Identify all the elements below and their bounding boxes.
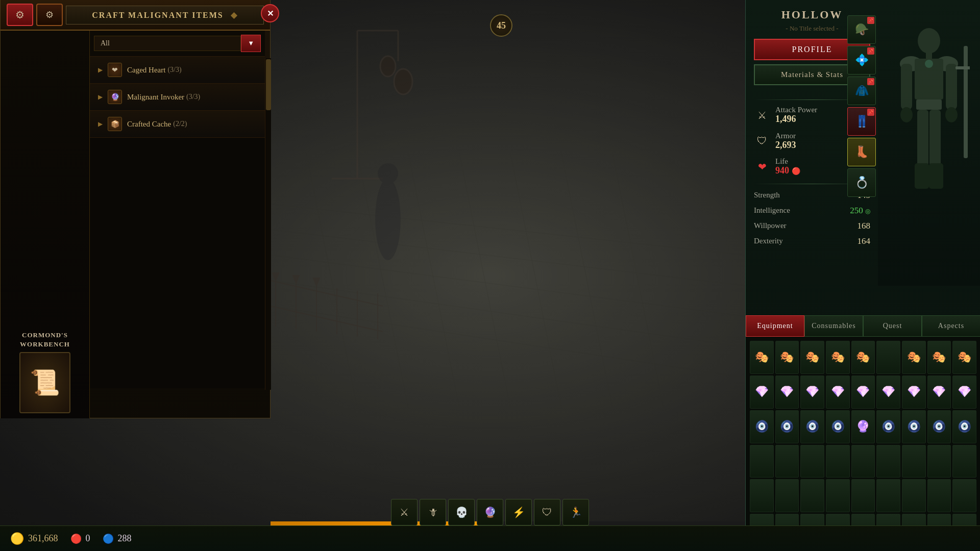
inv-slot-1-1[interactable]: 🎭 xyxy=(750,341,774,374)
inv-slot-3-5[interactable]: 🔮 xyxy=(851,410,875,443)
gem-display: 🔵 288 xyxy=(103,533,132,544)
category-malignant-invoker[interactable]: ▶ 🔮 Malignant Invoker (3/3) xyxy=(90,84,265,111)
tab-quest[interactable]: Quest xyxy=(863,315,922,337)
svg-rect-33 xyxy=(926,51,932,59)
inv-slot-4-8[interactable] xyxy=(927,445,951,478)
inv-slot-2-4[interactable]: 💎 xyxy=(826,375,850,409)
inv-slot-1-2[interactable]: 🎭 xyxy=(775,341,799,374)
inv-slot-2-5[interactable]: 💎 xyxy=(851,375,875,409)
hotbar-slot-2[interactable]: 🗡 xyxy=(420,499,446,525)
inv-slot-2-8[interactable]: 💎 xyxy=(927,375,951,409)
svg-rect-37 xyxy=(901,64,912,110)
shard-display: 🔴 0 xyxy=(70,533,90,544)
filter-select[interactable]: All xyxy=(94,36,241,51)
scrollbar[interactable] xyxy=(265,58,271,390)
items-list: ▶ ❤ Caged Heart (3/3) ▶ 🔮 Malignant Invo… xyxy=(90,57,265,388)
inv-slot-5-8[interactable] xyxy=(927,479,951,512)
inv-slot-1-3[interactable]: 🎭 xyxy=(800,341,824,374)
inv-slot-1-6[interactable] xyxy=(876,341,900,374)
inv-slot-1-9[interactable]: 🎭 xyxy=(952,341,976,374)
equip-slot-legs[interactable]: 👖 📌 xyxy=(847,107,876,136)
hotbar-slot-5[interactable]: ⚡ xyxy=(505,499,532,525)
inv-item: 🎭 xyxy=(776,341,799,373)
svg-rect-47 xyxy=(955,66,970,69)
hotbar-slot-3[interactable]: 💀 xyxy=(448,499,475,525)
filter-dropdown-button[interactable]: ▼ xyxy=(241,35,261,52)
craft-panel-header: ⚙ ⚙ CRAFT MALIGNANT ITEMS ◆ ✕ xyxy=(1,0,270,31)
equip-slot-head[interactable]: 🪖 📌 xyxy=(847,15,876,44)
inv-slot-4-1[interactable] xyxy=(750,445,774,478)
inv-slot-2-1[interactable]: 💎 xyxy=(750,375,774,409)
scroll-thumb[interactable] xyxy=(266,59,271,110)
inv-slot-4-5[interactable] xyxy=(851,445,875,478)
inv-slot-5-9[interactable] xyxy=(952,479,976,512)
craft-panel: ⚙ ⚙ CRAFT MALIGNANT ITEMS ◆ ✕ CORMOND'S … xyxy=(0,0,271,418)
inv-item: 💎 xyxy=(902,376,925,408)
armor-icon: 🛡 xyxy=(754,133,770,149)
inv-slot-3-7[interactable]: 🧿 xyxy=(902,410,926,443)
equip-slot-ring1[interactable]: 💍 xyxy=(847,168,876,197)
equip-slot-amulet[interactable]: 💠 📌 xyxy=(847,46,876,74)
svg-point-48 xyxy=(925,60,933,68)
shard-icon: 🔴 xyxy=(70,533,82,544)
inv-slot-3-8[interactable]: 🧿 xyxy=(927,410,951,443)
hotbar: ⚔ 🗡 💀 🔮 ⚡ 🛡 🏃 xyxy=(391,499,589,525)
inv-slot-4-6[interactable] xyxy=(876,445,900,478)
inv-slot-5-6[interactable] xyxy=(876,479,900,512)
inv-slot-2-7[interactable]: 💎 xyxy=(902,375,926,409)
inv-slot-4-4[interactable] xyxy=(826,445,850,478)
tab-consumables[interactable]: Consumables xyxy=(804,315,863,337)
inv-slot-1-5[interactable]: 🎭 xyxy=(851,341,875,374)
category-crafted-cache[interactable]: ▶ 📦 Crafted Cache (2/2) xyxy=(90,111,265,138)
equip-slot-boots[interactable]: 👢 xyxy=(847,138,876,166)
craft-tab-other[interactable]: ⚙ xyxy=(36,4,63,26)
inv-slot-3-9[interactable]: 🧿 xyxy=(952,410,976,443)
expand-arrow-3: ▶ xyxy=(98,120,103,128)
inv-slot-2-3[interactable]: 💎 xyxy=(800,375,824,409)
dexterity-attr: Dexterity 164 xyxy=(754,236,870,246)
inv-item: 🧿 xyxy=(877,411,900,443)
equip-slot-chest[interactable]: 🧥 📌 xyxy=(847,77,876,105)
inv-slot-5-7[interactable] xyxy=(902,479,926,512)
tab-equipment[interactable]: Equipment xyxy=(746,315,804,337)
inv-slot-3-3[interactable]: 🧿 xyxy=(800,410,824,443)
inv-item: 🧿 xyxy=(826,411,849,443)
inv-slot-5-1[interactable] xyxy=(750,479,774,512)
inv-item: 🎭 xyxy=(750,341,773,373)
hotbar-slot-4[interactable]: 🔮 xyxy=(477,499,503,525)
inv-slot-1-4[interactable]: 🎭 xyxy=(826,341,850,374)
inv-slot-4-9[interactable] xyxy=(952,445,976,478)
inv-slot-3-6[interactable]: 🧿 xyxy=(876,410,900,443)
craft-tab-malignant[interactable]: ⚙ xyxy=(7,4,33,26)
head-slot-icon: 🪖 xyxy=(855,23,869,36)
inv-slot-4-7[interactable] xyxy=(902,445,926,478)
hotbar-slot-6[interactable]: 🛡 xyxy=(534,499,560,525)
inv-slot-4-3[interactable] xyxy=(800,445,824,478)
tab-aspects[interactable]: Aspects xyxy=(922,315,980,337)
inv-slot-1-7[interactable]: 🎭 xyxy=(902,341,926,374)
close-button[interactable]: ✕ xyxy=(261,4,279,22)
inv-slot-4-2[interactable] xyxy=(775,445,799,478)
inv-item: 🧿 xyxy=(750,411,773,443)
inv-slot-2-2[interactable]: 💎 xyxy=(775,375,799,409)
svg-point-31 xyxy=(378,163,398,184)
category-caged-heart[interactable]: ▶ ❤ Caged Heart (3/3) xyxy=(90,57,265,84)
inv-item: 💎 xyxy=(826,376,849,408)
inv-slot-5-3[interactable] xyxy=(800,479,824,512)
inv-slot-3-4[interactable]: 🧿 xyxy=(826,410,850,443)
inv-slot-5-5[interactable] xyxy=(851,479,875,512)
inv-slot-3-2[interactable]: 🧿 xyxy=(775,410,799,443)
invoker-icon: 🔮 xyxy=(108,90,122,104)
svg-point-17 xyxy=(380,56,396,77)
svg-rect-42 xyxy=(917,110,928,166)
inv-slot-5-2[interactable] xyxy=(775,479,799,512)
inv-item: 🎭 xyxy=(801,341,824,373)
inv-slot-1-8[interactable]: 🎭 xyxy=(927,341,951,374)
inv-slot-5-4[interactable] xyxy=(826,479,850,512)
inv-slot-3-1[interactable]: 🧿 xyxy=(750,410,774,443)
inv-slot-2-6[interactable]: 💎 xyxy=(876,375,900,409)
inv-item: 💎 xyxy=(953,376,976,408)
hotbar-slot-1[interactable]: ⚔ xyxy=(391,499,418,525)
hotbar-slot-7[interactable]: 🏃 xyxy=(562,499,589,525)
inv-slot-2-9[interactable]: 💎 xyxy=(952,375,976,409)
